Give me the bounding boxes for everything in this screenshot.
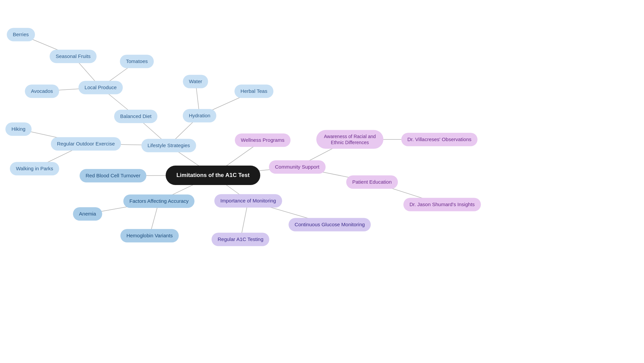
node-community-support[interactable]: Community Support [269,160,326,174]
node-seasonal-fruits[interactable]: Seasonal Fruits [50,50,97,63]
node-herbal-teas[interactable]: Herbal Teas [234,84,273,98]
node-anemia[interactable]: Anemia [73,207,102,221]
node-patient-education[interactable]: Patient Education [346,175,398,189]
mind-map: Limitations of the A1C TestBerriesSeason… [0,0,644,363]
node-awareness-racial[interactable]: Awareness of Racial and Ethnic Differenc… [316,130,383,149]
center-node[interactable]: Limitations of the A1C Test [166,166,260,185]
node-regular-a1c[interactable]: Regular A1C Testing [212,233,269,246]
node-local-produce[interactable]: Local Produce [78,81,123,94]
node-avocados[interactable]: Avocados [25,84,59,98]
node-balanced-diet[interactable]: Balanced Diet [114,110,157,123]
node-dr-villacreses[interactable]: Dr. Villacreses' Observations [401,133,478,146]
node-hiking[interactable]: Hiking [5,122,32,136]
node-wellness-programs[interactable]: Wellness Programs [235,133,290,147]
node-walking-parks[interactable]: Walking in Parks [10,162,59,175]
node-dr-jason[interactable]: Dr. Jason Shumard's Insights [404,198,481,211]
node-hydration[interactable]: Hydration [183,109,216,122]
node-hemoglobin-variants[interactable]: Hemoglobin Variants [120,229,179,242]
node-rbc-turnover[interactable]: Red Blood Cell Turnover [79,169,146,182]
node-berries[interactable]: Berries [7,28,35,41]
node-factors-accuracy[interactable]: Factors Affecting Accuracy [123,194,195,208]
node-tomatoes[interactable]: Tomatoes [120,55,154,68]
node-importance-monitoring[interactable]: Importance of Monitoring [214,194,282,207]
node-lifestyle-strategies[interactable]: Lifestyle Strategies [142,139,196,152]
node-water[interactable]: Water [183,75,208,88]
node-regular-outdoor[interactable]: Regular Outdoor Exercise [51,137,121,150]
node-continuous-glucose[interactable]: Continuous Glucose Monitoring [288,218,371,231]
